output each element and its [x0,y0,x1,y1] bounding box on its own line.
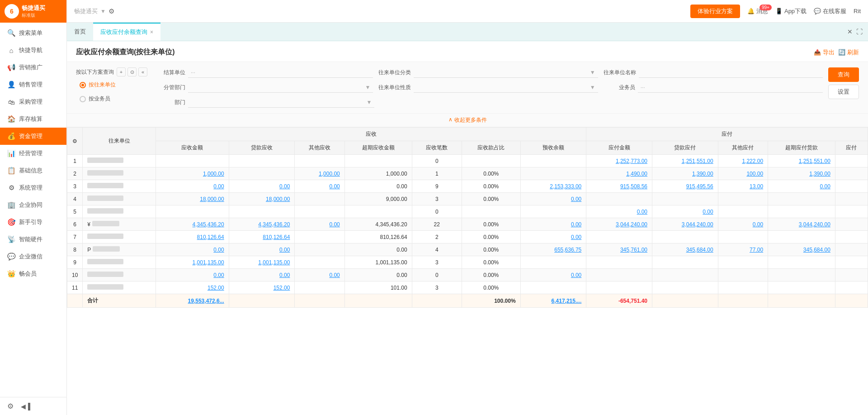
table-cell[interactable] [295,193,344,205]
scheme-settings-btn[interactable]: ⊙ [127,67,137,76]
query-button[interactable]: 查询 [828,67,859,82]
table-cell[interactable]: 810,126.64 [229,231,295,243]
table-cell[interactable]: 1,001,135.00 [229,256,295,269]
table-cell[interactable] [520,167,586,180]
table-cell[interactable]: 77.00 [718,243,768,256]
table-cell[interactable]: 13.00 [718,180,768,193]
table-cell[interactable]: 152.00 [229,281,295,294]
table-cell[interactable] [652,231,718,243]
settlement-unit-input[interactable]: ··· [188,67,373,78]
table-cell[interactable] [586,269,652,281]
table-cell[interactable]: 0.00 [768,180,835,193]
partner-category-select[interactable]: ▼ [414,67,598,78]
sidebar-item-system[interactable]: ⚙ 系统管理 [0,179,66,196]
user-profile[interactable]: Rit [854,8,861,14]
table-cell[interactable]: 1,251,551.00 [768,155,835,167]
topbar-gear-icon[interactable]: ⚙ [108,7,114,15]
table-cell[interactable]: 345,684.00 [652,243,718,256]
table-cell[interactable]: 655,636.75 [520,243,586,256]
tab-close-all-icon[interactable]: ✕ [847,28,853,35]
setting-button[interactable]: 设置 [828,85,859,99]
table-cell[interactable]: 4,345,436.20 [156,218,229,231]
topbar-dropdown-icon[interactable]: ▼ [100,8,106,14]
table-cell[interactable] [718,281,768,294]
salesperson-input[interactable]: ··· [638,82,823,93]
table-cell[interactable]: 0.00 [520,269,586,281]
table-cell[interactable] [520,281,586,294]
table-cell[interactable]: 100.00 [718,167,768,180]
table-cell[interactable] [156,205,229,218]
partner-nature-select[interactable]: ▼ [414,82,598,93]
tab-close-icon[interactable]: × [150,29,153,35]
promo-button[interactable]: 体验行业方案 [690,5,740,18]
table-cell[interactable] [652,281,718,294]
table-cell[interactable]: 3,044,240.00 [768,218,835,231]
refresh-button[interactable]: 🔄 刷新 [838,48,859,57]
table-settings-icon[interactable]: ⚙ [67,128,83,155]
table-cell[interactable]: 3,044,240.00 [652,218,718,231]
table-cell[interactable]: 345,684.00 [768,243,835,256]
footer-recv-prepay[interactable]: 6,417,215.... [520,294,586,308]
settings-bottom-icon[interactable]: ⚙ [7,402,14,410]
table-cell[interactable] [586,231,652,243]
tab-fullscreen-icon[interactable]: ⛶ [856,28,863,35]
table-cell[interactable]: 152.00 [156,281,229,294]
table-cell[interactable]: 0.00 [718,218,768,231]
sidebar-item-marketing[interactable]: 📢 营销推广 [0,59,66,76]
table-cell[interactable]: 0.00 [586,205,652,218]
table-cell[interactable]: 0.00 [520,218,586,231]
table-cell[interactable]: 0.00 [295,218,344,231]
collapse-bar[interactable]: ∧ 收起更多条件 [67,114,868,127]
notification-item[interactable]: 🔔 消息 99+ [747,7,768,15]
table-cell[interactable]: 1,252,773.00 [586,155,652,167]
table-cell[interactable] [229,205,295,218]
table-cell[interactable]: 4,345,436.20 [229,218,295,231]
table-cell[interactable]: 1,390.00 [652,167,718,180]
partner-name-input[interactable] [639,67,823,78]
sidebar-item-sales[interactable]: 👤 销售管理 [0,76,66,93]
sidebar-item-search-menu[interactable]: 🔍 搜索菜单 [0,24,66,42]
scheme-collapse-btn[interactable]: « [138,67,147,76]
scheme-add-btn[interactable]: + [117,67,126,76]
table-cell[interactable]: 1,000.00 [295,167,344,180]
table-cell[interactable]: 0.00 [156,180,229,193]
sidebar-item-inventory[interactable]: 🏠 库存核算 [0,110,66,128]
table-cell[interactable] [586,281,652,294]
table-cell[interactable]: 0.00 [520,193,586,205]
app-download-item[interactable]: 📱 App下载 [775,7,807,15]
table-cell[interactable]: 1,222.00 [718,155,768,167]
table-cell[interactable]: 915,495.56 [652,180,718,193]
table-cell[interactable] [295,281,344,294]
footer-recv-amount[interactable]: 19,553,472,6... [156,294,229,308]
table-cell[interactable]: 1,000.00 [156,167,229,180]
sidebar-item-basic-info[interactable]: 📋 基础信息 [0,162,66,179]
table-cell[interactable] [718,269,768,281]
table-cell[interactable]: 0.00 [156,243,229,256]
tab-ar-ap-query[interactable]: 应收应付余额查询 × [93,23,160,41]
table-cell[interactable]: 3,044,240.00 [586,218,652,231]
table-cell[interactable] [156,155,229,167]
scheme-option-salesperson[interactable]: 按业务员 [76,93,148,105]
table-cell[interactable] [295,231,344,243]
table-cell[interactable]: 0.00 [295,180,344,193]
sidebar-item-enterprise-wechat[interactable]: 💬 企业微信 [0,248,66,265]
table-cell[interactable]: 1,390.00 [768,167,835,180]
table-cell[interactable] [520,256,586,269]
sidebar-item-smart-hw[interactable]: 📡 智能硬件 [0,231,66,248]
table-cell[interactable] [520,155,586,167]
table-cell[interactable]: 1,001,135.00 [156,256,229,269]
tab-home[interactable]: 首页 [67,23,93,40]
table-cell[interactable] [768,231,835,243]
table-cell[interactable]: 2,153,333.00 [520,180,586,193]
table-cell[interactable] [718,256,768,269]
table-cell[interactable] [718,205,768,218]
table-cell[interactable] [768,281,835,294]
table-cell[interactable] [229,155,295,167]
table-cell[interactable] [718,193,768,205]
table-cell[interactable] [295,256,344,269]
table-cell[interactable] [768,193,835,205]
department-select[interactable]: ▼ [188,97,374,108]
table-cell[interactable]: 0.00 [520,231,586,243]
table-cell[interactable]: 345,761.00 [586,243,652,256]
sidebar-item-guide[interactable]: 🎯 新手引导 [0,214,66,231]
